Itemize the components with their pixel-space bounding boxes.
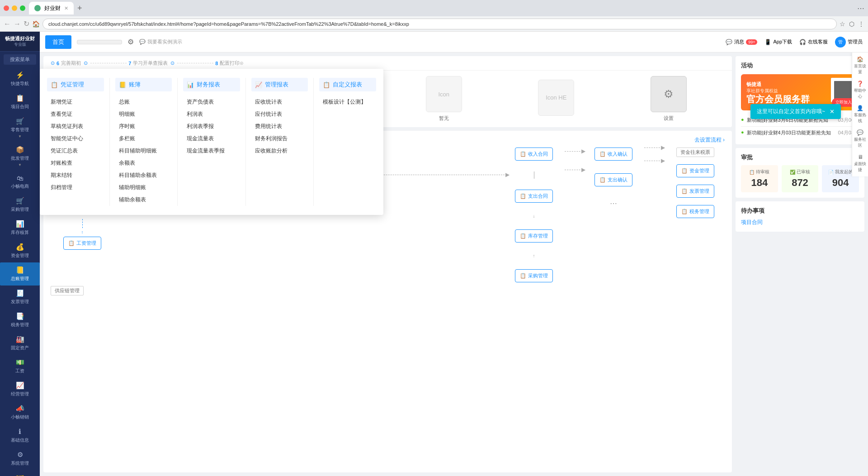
browser-minimize-btn[interactable] xyxy=(12,5,17,11)
sidebar-item-basic[interactable]: ℹ 基础信息 xyxy=(0,424,40,447)
sidebar-item-wholesale[interactable]: 📦 批发管理 ▼ xyxy=(0,142,40,171)
forward-button[interactable]: → xyxy=(14,20,21,28)
app-download-btn[interactable]: 📱 App下载 xyxy=(764,38,792,45)
sidebar-item-accounting[interactable]: 📒 总账管理 xyxy=(0,262,40,286)
message-btn[interactable]: 💬 消息 99+ xyxy=(726,38,757,45)
sidebar-item-project[interactable]: 📋 项目合同 xyxy=(0,90,40,114)
category-header-custom[interactable]: 📋 自定义报表 xyxy=(319,78,376,91)
menu-item-expense-stat[interactable]: 费用统计表 xyxy=(251,120,308,133)
tab-close-icon[interactable]: ✕ xyxy=(64,5,68,11)
flow-fund-mgmt[interactable]: 📋 资金管理 xyxy=(676,164,714,177)
menu-item-receivable-analysis[interactable]: 应收账款分析 xyxy=(251,145,308,157)
stat-approved[interactable]: ✅ 已审核 872 xyxy=(782,165,819,192)
flow-salary-mgmt[interactable]: 📋 工资管理 xyxy=(63,237,101,250)
sidebar-item-cooperation[interactable]: 🤝 企业协同 xyxy=(0,470,40,476)
menu-item-cashflow-quarterly[interactable]: 现金流量表季报 xyxy=(183,145,240,157)
sidebar-right-home-settings[interactable]: 🏠 首页设置 xyxy=(853,56,867,75)
menu-item-financial-profit[interactable]: 财务利润报告 xyxy=(251,133,308,145)
sidebar-item-system[interactable]: ⚙ 系统管理 xyxy=(0,447,40,470)
category-header-voucher[interactable]: 📋 凭证管理 xyxy=(47,78,104,91)
home-browser-button[interactable]: 🏠 xyxy=(32,20,40,28)
sidebar-item-inventory[interactable]: 📊 库存核算 xyxy=(0,216,40,239)
menu-item-draft-voucher[interactable]: 草稿凭证列表 xyxy=(47,120,104,133)
user-avatar-area[interactable]: 管 管理员 xyxy=(835,37,863,48)
new-tab-button[interactable]: + xyxy=(74,4,86,13)
online-service-btn[interactable]: 🎧 在线客服 xyxy=(799,38,828,45)
address-bar[interactable]: cloud.chanjet.com/cc/u6d89qwnryel/57bfsk… xyxy=(42,19,837,29)
url-text: cloud.chanjet.com/cc/u6d89qwnryel/57bfsk… xyxy=(48,21,409,27)
tab-home[interactable]: 首页 xyxy=(45,35,71,49)
sidebar-item-marketing[interactable]: 📣 小畅销销 xyxy=(0,401,40,424)
sidebar-item-tax[interactable]: 📑 税务管理 xyxy=(0,309,40,332)
sidebar-item-purchase[interactable]: 🛒 采购管理 xyxy=(0,193,40,216)
menu-item-payable-stat[interactable]: 应付统计表 xyxy=(251,108,308,120)
menu-item-profit-quarterly[interactable]: 利润表季报 xyxy=(183,120,240,133)
category-header-financial[interactable]: 📊 财务报表 xyxy=(183,78,240,91)
menu-item-archive[interactable]: 归档管理 xyxy=(47,181,104,194)
category-header-ledger[interactable]: 📒 账簿 xyxy=(115,78,172,91)
icon-item-settings[interactable]: ⚙ 设置 xyxy=(651,76,687,122)
menu-item-sequence-ledger[interactable]: 序时账 xyxy=(115,120,172,133)
sidebar-search[interactable]: 搜索菜单 xyxy=(4,54,36,65)
sidebar-item-operations[interactable]: 📈 经营管理 xyxy=(0,378,40,401)
sidebar-right-desktop[interactable]: 🖥 桌面快捷 xyxy=(853,154,867,173)
sidebar-item-ecommerce[interactable]: 🛍 小畅电商 xyxy=(0,171,40,193)
sidebar-item-invoice[interactable]: 🧾 发票管理 xyxy=(0,286,40,309)
menu-item-multi-col[interactable]: 多栏账 xyxy=(115,133,172,145)
flow-inventory-mgmt[interactable]: 📋 库存管理 xyxy=(515,229,553,243)
menu-item-profit[interactable]: 利润表 xyxy=(183,108,240,120)
menu-item-add-voucher[interactable]: 新增凭证 xyxy=(47,96,104,108)
browser-maximize-btn[interactable] xyxy=(20,5,25,11)
extension-icon[interactable]: ⬡ xyxy=(849,20,854,28)
sidebar-right-help[interactable]: ❓ 帮助中心 xyxy=(853,81,867,100)
icon-item-he[interactable]: Icon HE xyxy=(538,80,574,119)
menu-item-subject-balance[interactable]: 科目辅助余额表 xyxy=(115,169,172,181)
sidebar-item-shortcut[interactable]: ⚡ 快捷导航 xyxy=(0,67,40,90)
set-flow-btn[interactable]: 去设置流程 › xyxy=(694,136,725,144)
menu-item-view-voucher[interactable]: 查看凭证 xyxy=(47,108,104,120)
menu-item-cashflow[interactable]: 现金流量表 xyxy=(183,133,240,145)
category-header-management[interactable]: 📈 管理报表 xyxy=(251,78,308,91)
browser-close-btn[interactable] xyxy=(4,5,9,11)
sidebar-item-assets[interactable]: 🏭 固定资产 xyxy=(0,332,40,355)
flow-expense-confirm[interactable]: 📋 支出确认 xyxy=(594,173,632,186)
back-button[interactable]: ← xyxy=(4,20,11,28)
menu-item-balance-sheet[interactable]: 资产负债表 xyxy=(183,96,240,108)
menu-item-subject-detail[interactable]: 科目辅助明细账 xyxy=(115,145,172,157)
menu-item-period-close[interactable]: 期末结转 xyxy=(47,169,104,181)
todo-item-project[interactable]: 项目合同 xyxy=(741,219,859,226)
menu-item-balance[interactable]: 余额表 xyxy=(115,157,172,169)
news-item-2[interactable]: ● 新功能|好业财4月03日功能更新抢先知 04月03日 xyxy=(741,127,859,139)
sidebar-item-retail[interactable]: 🛒 零售管理 ▼ xyxy=(0,114,40,142)
flow-purchase-mgmt[interactable]: 📋 采购管理 xyxy=(515,269,553,282)
browser-tab[interactable]: 好业财 ✕ xyxy=(29,2,74,14)
menu-item-template-design[interactable]: 模板设计【公测】 xyxy=(319,96,376,108)
tooltip-close-btn[interactable]: ✕ xyxy=(830,108,835,115)
menu-item-aux-balance[interactable]: 辅助余额表 xyxy=(115,194,172,206)
header-search-input[interactable] xyxy=(77,40,122,44)
menu-item-general-ledger[interactable]: 总账 xyxy=(115,96,172,108)
menu-item-smart-voucher[interactable]: 智能凭证中心 xyxy=(47,133,104,145)
menu-icon[interactable]: ⋮ xyxy=(858,20,864,28)
flow-expense-contract[interactable]: 📋 支出合同 xyxy=(515,190,553,203)
icon-item-4[interactable]: Icon 暂无 xyxy=(426,76,462,122)
sidebar-right-customer-service[interactable]: 👤 客服热线 xyxy=(853,105,867,124)
flow-income-confirm[interactable]: 📋 收入确认 xyxy=(594,148,632,161)
menu-item-detailed-ledger[interactable]: 明细账 xyxy=(115,108,172,120)
header-settings-icon[interactable]: ⚙ xyxy=(127,38,134,46)
demo-link[interactable]: 💬 我要看实例演示 xyxy=(139,38,182,45)
sidebar-right-community[interactable]: 💬 服务社区 xyxy=(853,129,867,148)
flow-tax-mgmt[interactable]: 📋 税务管理 xyxy=(676,205,714,218)
menu-item-reconcile[interactable]: 对账检查 xyxy=(47,157,104,169)
reload-button[interactable]: ↻ xyxy=(24,19,29,28)
flow-invoice-mgmt[interactable]: 📋 发票管理 xyxy=(676,185,714,198)
sidebar-item-finance[interactable]: 💰 资金管理 xyxy=(0,239,40,262)
sidebar-item-salary[interactable]: 💵 工资 xyxy=(0,355,40,378)
menu-item-aux-detail[interactable]: 辅助明细账 xyxy=(115,181,172,194)
stat-pending[interactable]: 📋 待审核 184 xyxy=(741,165,778,192)
menu-item-voucher-summary[interactable]: 凭证汇总表 xyxy=(47,145,104,157)
browser-settings-icon[interactable]: ⋯ xyxy=(857,4,864,13)
menu-item-receivable-stat[interactable]: 应收统计表 xyxy=(251,96,308,108)
bookmark-icon[interactable]: ☆ xyxy=(840,20,845,28)
flow-income-contract[interactable]: 📋 收入合同 xyxy=(515,148,553,161)
